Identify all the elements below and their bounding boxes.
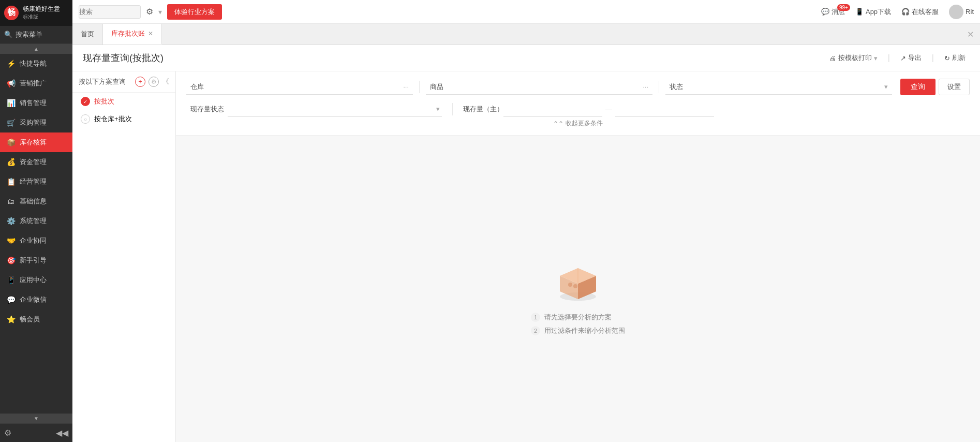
- svg-point-2: [573, 284, 577, 288]
- scheme-label: 按批次: [94, 97, 114, 106]
- inventory-qty-max-input[interactable]: [615, 101, 714, 117]
- content-area: 按以下方案查询 + ⚙ 《 ✓ 按批次 ○ 按仓库+批次: [72, 71, 980, 442]
- sidebar-item-quick-nav[interactable]: ⚡ 快捷导航: [0, 54, 72, 73]
- messages-button[interactable]: 💬 消息 99+: [821, 7, 845, 17]
- scheme-inactive-icon: ○: [81, 114, 90, 124]
- purchase-icon: 🛒: [6, 118, 16, 127]
- sidebar-item-enterprise[interactable]: 🤝 企业协同: [0, 231, 72, 251]
- collapse-icon[interactable]: ◀◀: [56, 428, 68, 438]
- filter-buttons: 查询 设置: [900, 79, 970, 95]
- refresh-label: 刷新: [952, 53, 966, 63]
- scheme-item-by-batch[interactable]: ✓ 按批次: [72, 93, 175, 110]
- refresh-icon: ↻: [944, 54, 950, 62]
- app-download-label: App下载: [866, 7, 891, 17]
- filter-area: 仓库 ··· 商品 ··· 状态: [176, 71, 980, 136]
- scheme-settings-button[interactable]: ⚙: [149, 77, 159, 87]
- export-icon: ↗: [900, 54, 906, 62]
- filter-separator-1: [419, 81, 420, 93]
- inventory-icon: 📦: [6, 138, 16, 147]
- filter-separator-2: [659, 81, 659, 93]
- sidebar-item-operations[interactable]: 📋 经营管理: [0, 172, 72, 191]
- sidebar-item-inventory[interactable]: 📦 库存核算: [0, 132, 72, 152]
- export-button[interactable]: ↗ 导出: [896, 51, 926, 65]
- product-filter: 商品 ···: [426, 79, 652, 95]
- topbar-search-input[interactable]: [79, 5, 141, 19]
- inventory-status-label: 现存量状态: [190, 105, 228, 114]
- user-name: Rit: [966, 8, 974, 16]
- sidebar-item-finance[interactable]: 💰 资金管理: [0, 152, 72, 172]
- sidebar-item-label: 快捷导航: [20, 59, 47, 68]
- tab-inventory-label: 库存批次账: [111, 29, 145, 38]
- query-button[interactable]: 查询: [900, 79, 936, 95]
- collapse-conditions-button[interactable]: ⌃⌃ 收起更多条件: [186, 119, 970, 128]
- inventory-qty-min-input[interactable]: [503, 101, 602, 117]
- tab-home[interactable]: 首页: [72, 24, 103, 45]
- sidebar-item-label: 企业协同: [20, 236, 47, 245]
- page-actions: 🖨 按模板打印 ▾ | ↗ 导出 | ↻ 刷新: [825, 51, 970, 65]
- app-title: 畅康通好生意: [23, 5, 60, 13]
- sidebar-item-sales[interactable]: 📊 销售管理: [0, 93, 72, 113]
- warehouse-dots[interactable]: ···: [403, 83, 409, 91]
- sidebar-item-marketing[interactable]: 📢 营销推广: [0, 73, 72, 93]
- status-filter: 状态 ▾: [665, 79, 892, 95]
- step-1-num: 1: [531, 313, 540, 322]
- main-area: ⚙ ▾ 体验行业方案 💬 消息 99+ 📱 App下载 🎧 在线客服 Rit: [72, 0, 980, 442]
- qty-dash: —: [602, 106, 615, 113]
- sidebar-item-purchase[interactable]: 🛒 采购管理: [0, 113, 72, 132]
- sidebar-item-label: 资金管理: [20, 157, 47, 167]
- sidebar-item-label: 销售管理: [20, 98, 47, 108]
- filter-separator-3: [452, 103, 453, 115]
- settings-icon[interactable]: ⚙: [4, 428, 11, 438]
- scheme-item-by-warehouse-batch[interactable]: ○ 按仓库+批次: [72, 110, 175, 128]
- settings-button[interactable]: 设置: [939, 79, 970, 95]
- experience-button[interactable]: 体验行业方案: [167, 4, 222, 20]
- topbar-gear-icon[interactable]: ⚙: [146, 7, 153, 17]
- topbar-dropdown-icon[interactable]: ▾: [158, 8, 162, 16]
- collapse-label: 收起更多条件: [566, 119, 603, 128]
- app-version: 标准版: [23, 13, 60, 21]
- sidebar-search[interactable]: 🔍 搜索菜单: [0, 26, 72, 44]
- sidebar-item-label: 库存核算: [20, 138, 47, 147]
- inventory-status-select[interactable]: ▾: [228, 101, 442, 117]
- print-button[interactable]: 🖨 按模板打印 ▾: [825, 51, 882, 65]
- panel-collapse-icon[interactable]: 《: [162, 77, 169, 86]
- status-dropdown-icon[interactable]: ▾: [884, 83, 888, 91]
- sidebar-scroll-down[interactable]: ▼: [0, 414, 72, 423]
- product-dots[interactable]: ···: [643, 83, 648, 91]
- tab-close-icon[interactable]: ✕: [148, 30, 153, 37]
- app-center-icon: 📱: [6, 275, 16, 285]
- page-close-btn[interactable]: ✕: [965, 27, 976, 41]
- chevron-up-icon: ⌃⌃: [553, 120, 563, 127]
- inventory-status-filter: 现存量状态 ▾: [186, 101, 446, 117]
- operations-icon: 📋: [6, 177, 16, 186]
- sidebar-item-system[interactable]: ⚙️ 系统管理: [0, 211, 72, 231]
- scheme-active-icon: ✓: [81, 97, 90, 106]
- warehouse-input[interactable]: [209, 79, 403, 95]
- member-icon: ⭐: [6, 315, 16, 324]
- sidebar-scroll-up[interactable]: ▲: [0, 44, 72, 54]
- sidebar-item-newbie[interactable]: 🎯 新手引导: [0, 251, 72, 270]
- product-input[interactable]: [449, 79, 643, 95]
- topbar-right: 💬 消息 99+ 📱 App下载 🎧 在线客服 Rit: [821, 5, 974, 19]
- quick-nav-icon: ⚡: [6, 59, 16, 68]
- add-scheme-button[interactable]: +: [135, 77, 145, 87]
- warehouse-filter: 仓库 ···: [186, 79, 413, 95]
- tab-inventory-batch[interactable]: 库存批次账 ✕: [103, 24, 162, 45]
- online-service-button[interactable]: 🎧 在线客服: [901, 7, 939, 17]
- print-dropdown-icon[interactable]: ▾: [874, 54, 878, 62]
- sidebar-item-basic-info[interactable]: 🗂 基础信息: [0, 191, 72, 211]
- sidebar-item-label: 营销推广: [20, 79, 47, 88]
- user-avatar-button[interactable]: Rit: [949, 5, 974, 19]
- sidebar-item-label: 企业微信: [20, 295, 47, 304]
- status-select-arrow: ▾: [436, 105, 440, 113]
- refresh-button[interactable]: ↻ 刷新: [940, 51, 970, 65]
- empty-instruction-1: 1 请先选择要分析的方案: [531, 313, 625, 322]
- app-download-button[interactable]: 📱 App下载: [855, 7, 891, 17]
- sidebar-item-member[interactable]: ⭐ 畅会员: [0, 310, 72, 329]
- sidebar-item-app-center[interactable]: 📱 应用中心: [0, 270, 72, 290]
- inventory-qty-filter: 现存量（主） —: [459, 101, 719, 117]
- step-2-num: 2: [531, 326, 540, 335]
- empty-state: 1 请先选择要分析的方案 2 用过滤条件来缩小分析范围: [176, 136, 980, 442]
- headset-icon: 🎧: [901, 8, 910, 16]
- sidebar-item-wechat[interactable]: 💬 企业微信: [0, 290, 72, 310]
